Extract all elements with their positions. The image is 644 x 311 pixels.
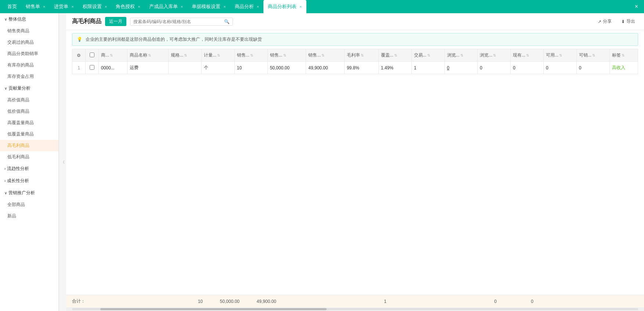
share-btn[interactable]: ↗ 分享 <box>595 17 615 26</box>
sort-salable-icon: ⇅ <box>592 53 595 57</box>
sidebar-item-sales-goods[interactable]: 销售类商品 <box>0 25 58 37</box>
nav-product-analysis-list[interactable]: 商品分析列表 × <box>263 0 306 13</box>
close-sales-order[interactable]: × <box>43 0 45 13</box>
sort-sales-count-icon: ⇅ <box>250 53 253 57</box>
footer-available-stock: 0 <box>504 299 533 304</box>
export-btn[interactable]: ⬇ 导出 <box>618 17 638 26</box>
col-transaction[interactable]: 交易... ⇅ <box>411 49 445 62</box>
export-icon: ⬇ <box>621 19 625 24</box>
sidebar-section-trend[interactable]: › 流趋性分析 <box>0 163 58 175</box>
sidebar-collapse-btn[interactable]: 《 <box>59 13 66 311</box>
sidebar-section-growth[interactable]: › 成长性分析 <box>0 175 58 187</box>
search-input[interactable] <box>133 19 224 24</box>
table-header-row: ⚙ 商... ⇅ 商品名称 <box>72 49 638 62</box>
info-bar: 💡 企业的主要的利润都是这部分商品创造的，可考虑加大推广，同时关注库存是不要出现… <box>72 33 638 46</box>
col-sales-profit[interactable]: 销售... ⇅ <box>306 49 345 62</box>
col-checkbox <box>86 49 99 62</box>
h-scrollbar-thumb[interactable] <box>100 308 327 310</box>
sort-sales-amount-icon: ⇅ <box>283 53 286 57</box>
close-permission-settings[interactable]: × <box>105 0 107 13</box>
nav-purchase-order[interactable]: 进货单 × <box>50 0 78 13</box>
sidebar-item-high-value[interactable]: 高价值商品 <box>0 94 58 106</box>
table-wrapper[interactable]: ⚙ 商... ⇅ 商品名称 <box>72 49 638 295</box>
nav-product-warehouse[interactable]: 产成品入库单 × <box>145 0 187 13</box>
col-salable[interactable]: 可销... ⇅ <box>576 49 609 62</box>
cell-current-stock: 0 <box>511 62 544 74</box>
col-sales-amount[interactable]: 销售... ⇅ <box>267 49 306 62</box>
settings-icon[interactable]: ⚙ <box>77 53 81 58</box>
arrow-trend: › <box>4 167 6 171</box>
nav-home[interactable]: 首页 <box>3 0 21 13</box>
sidebar-item-high-margin[interactable]: 高毛利商品 <box>0 140 58 151</box>
close-all-tabs-btn[interactable]: × <box>632 3 641 10</box>
close-role-auth[interactable]: × <box>138 0 140 13</box>
sidebar-item-low-value[interactable]: 低价值商品 <box>0 106 58 117</box>
sidebar-item-all-goods[interactable]: 全部商品 <box>0 199 58 210</box>
sidebar-item-stock-capital[interactable]: 库存资金占用 <box>0 71 58 82</box>
col-coverage[interactable]: 覆盖... ⇅ <box>378 49 411 62</box>
nav-product-analysis[interactable]: 商品分析 × <box>230 0 263 13</box>
sort-unit-icon: ⇅ <box>217 53 220 57</box>
total-label: 合计： <box>72 298 85 304</box>
sidebar-item-high-coverage[interactable]: 高覆盖量商品 <box>0 117 58 129</box>
select-all-checkbox[interactable] <box>90 53 94 57</box>
sort-code-icon: ⇅ <box>110 53 113 57</box>
sidebar-item-low-coverage[interactable]: 低覆盖量商品 <box>0 129 58 140</box>
col-settings[interactable]: ⚙ <box>72 49 86 62</box>
sort-tag-icon: ⇅ <box>622 53 625 57</box>
close-purchase-order[interactable]: × <box>71 0 73 13</box>
footer-bar: 合计： 10 50,000.00 49,900.00 1 0 0 <box>66 295 644 307</box>
nav-template-settings[interactable]: 单据模板设置 × <box>187 0 230 13</box>
close-product-analysis[interactable]: × <box>257 0 259 13</box>
col-available-stock[interactable]: 可用... ⇅ <box>543 49 576 62</box>
cell-browse1[interactable]: 0 <box>445 62 478 74</box>
footer-sales-amount: 50,000.00 <box>210 299 240 304</box>
sort-name-icon: ⇅ <box>148 53 151 57</box>
arrow-general: ∨ <box>4 17 7 21</box>
sidebar-section-marketing[interactable]: ∨ 营销推广分析 <box>0 187 58 199</box>
table-row: 1 0000... 运费 <box>72 62 638 74</box>
col-browse2[interactable]: 浏览... ⇅ <box>478 49 511 62</box>
h-scrollbar[interactable] <box>72 308 638 310</box>
sort-available-icon: ⇅ <box>559 53 562 57</box>
sort-sales-profit-icon: ⇅ <box>321 53 324 57</box>
close-template-settings[interactable]: × <box>223 0 226 13</box>
cell-checkbox <box>86 62 99 74</box>
cell-tag: 高收入 <box>609 62 638 74</box>
sidebar: ∨ 整体信息 销售类商品 交易过的商品 商品分类助销率 有库存的商品 库存资金占… <box>0 13 59 311</box>
footer-sales-profit: 49,900.00 <box>247 299 276 304</box>
sidebar-item-in-stock-goods[interactable]: 有库存的商品 <box>0 59 58 71</box>
data-table: ⚙ 商... ⇅ 商品名称 <box>72 49 638 74</box>
filter-recent-month-btn[interactable]: 近一月 <box>105 17 126 26</box>
col-code[interactable]: 商... ⇅ <box>99 49 127 62</box>
col-current-stock[interactable]: 现有... ⇅ <box>511 49 544 62</box>
col-sales-count[interactable]: 销售... ⇅ <box>234 49 267 62</box>
nav-permission-settings[interactable]: 权限设置 × <box>78 0 111 13</box>
arrow-growth: › <box>4 179 6 183</box>
sidebar-item-traded-goods[interactable]: 交易过的商品 <box>0 37 58 48</box>
col-unit[interactable]: 计量... ⇅ <box>202 49 235 62</box>
search-icon[interactable]: 🔍 <box>224 19 230 24</box>
row-checkbox[interactable] <box>90 65 94 70</box>
sidebar-item-new-goods[interactable]: 新品 <box>0 210 58 222</box>
sidebar-section-contribution[interactable]: ∨ 贡献量分析 <box>0 82 58 94</box>
col-spec[interactable]: 规格... ⇅ <box>169 49 202 62</box>
close-product-analysis-list[interactable]: × <box>299 0 302 13</box>
sidebar-item-low-margin[interactable]: 低毛利商品 <box>0 151 58 163</box>
col-gross-margin[interactable]: 毛利率 ⇅ <box>344 49 378 62</box>
cell-available-stock: 0 <box>543 62 576 74</box>
cell-salable: 0 <box>576 62 609 74</box>
col-name[interactable]: 商品名称 ⇅ <box>127 49 169 62</box>
sidebar-item-category-rate[interactable]: 商品分类助销率 <box>0 48 58 59</box>
cell-code: 0000... <box>99 62 127 74</box>
cell-name: 运费 <box>127 62 169 74</box>
nav-sales-order[interactable]: 销售单 × <box>21 0 50 13</box>
cell-unit: 个 <box>202 62 235 74</box>
nav-role-auth[interactable]: 角色授权 × <box>111 0 144 13</box>
sort-coverage-icon: ⇅ <box>394 53 397 57</box>
close-product-warehouse[interactable]: × <box>181 0 183 13</box>
col-tag[interactable]: 标签 ⇅ <box>609 49 638 62</box>
cell-sales-profit: 49,900.00 <box>306 62 345 74</box>
col-browse1[interactable]: 浏览... ⇅ <box>445 49 478 62</box>
sidebar-section-general[interactable]: ∨ 整体信息 <box>0 13 58 25</box>
